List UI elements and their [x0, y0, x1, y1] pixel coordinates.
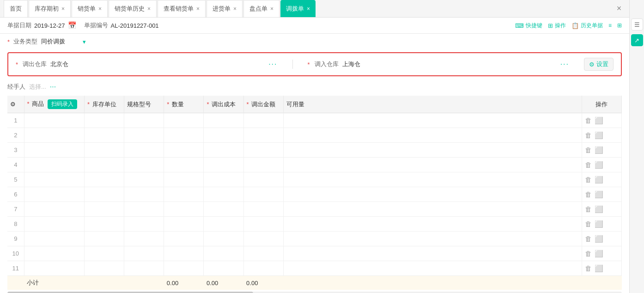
tab-transfer-close[interactable]: × [307, 6, 310, 12]
row-amount[interactable] [243, 172, 283, 187]
row-available[interactable] [283, 202, 582, 217]
row-amount[interactable] [243, 261, 283, 276]
settings-button[interactable]: ⚙ 设置 [584, 58, 614, 71]
row-cost[interactable] [204, 187, 243, 202]
row-cost[interactable] [204, 217, 243, 232]
row-spec[interactable] [124, 172, 164, 187]
tab-purchase-close[interactable]: × [233, 6, 237, 12]
row-product[interactable] [24, 246, 85, 261]
row-qty[interactable] [164, 143, 204, 158]
row-qty[interactable] [164, 113, 204, 128]
row-available[interactable] [283, 246, 582, 261]
row-spec[interactable] [124, 202, 164, 217]
tab-home[interactable]: 首页 [4, 0, 28, 17]
row-available[interactable] [283, 261, 582, 276]
row-product[interactable] [24, 202, 85, 217]
row-cost[interactable] [204, 113, 243, 128]
row-amount[interactable] [243, 246, 283, 261]
out-warehouse-value[interactable]: 北京仓 [50, 60, 265, 68]
delete-icon[interactable]: 🗑 [585, 235, 592, 243]
row-unit[interactable] [85, 113, 124, 128]
operation-button[interactable]: ⊞ 操作 [548, 22, 566, 30]
scan-button[interactable]: 扫码录入 [48, 99, 77, 109]
delete-icon[interactable]: 🗑 [585, 176, 592, 183]
row-available[interactable] [283, 158, 582, 172]
row-cost[interactable] [204, 143, 243, 158]
copy-icon[interactable]: ⬜ [595, 146, 603, 154]
row-spec[interactable] [124, 246, 164, 261]
row-unit[interactable] [85, 143, 124, 158]
copy-icon[interactable]: ⬜ [595, 264, 603, 273]
copy-icon[interactable]: ⬜ [595, 250, 603, 258]
row-available[interactable] [283, 128, 582, 143]
out-warehouse-more-icon[interactable]: ··· [268, 60, 277, 68]
row-spec[interactable] [124, 232, 164, 246]
row-product[interactable] [24, 261, 85, 276]
tab-history-close[interactable]: × [147, 6, 151, 12]
row-amount[interactable] [243, 158, 283, 172]
handler-more-icon[interactable]: ··· [50, 83, 56, 91]
row-amount[interactable] [243, 113, 283, 128]
shortcut-button[interactable]: ⌨ 快捷键 [515, 22, 542, 30]
tab-view-sales-close[interactable]: × [196, 6, 200, 12]
copy-icon[interactable]: ⬜ [595, 131, 603, 140]
delete-icon[interactable]: 🗑 [585, 146, 592, 154]
copy-icon[interactable]: ⬜ [595, 176, 603, 184]
tab-stocktake-close[interactable]: × [270, 6, 273, 12]
row-amount[interactable] [243, 217, 283, 232]
tab-sales-history[interactable]: 销货单历史 × [109, 0, 157, 17]
copy-icon[interactable]: ⬜ [595, 161, 603, 169]
delete-icon[interactable]: 🗑 [585, 205, 592, 213]
row-cost[interactable] [204, 246, 243, 261]
row-qty[interactable] [164, 187, 204, 202]
row-product[interactable] [24, 187, 85, 202]
scrollbar-area[interactable] [0, 290, 629, 293]
row-available[interactable] [283, 217, 582, 232]
row-unit[interactable] [85, 158, 124, 172]
calendar-icon[interactable]: 📅 [68, 21, 77, 30]
row-amount[interactable] [243, 143, 283, 158]
row-cost[interactable] [204, 261, 243, 276]
delete-icon[interactable]: 🗑 [585, 264, 592, 272]
row-qty[interactable] [164, 246, 204, 261]
delete-icon[interactable]: 🗑 [585, 116, 592, 124]
row-unit[interactable] [85, 172, 124, 187]
tab-transfer[interactable]: 调拨单 × [280, 0, 316, 17]
th-gear[interactable]: ⚙ [7, 96, 24, 113]
row-qty[interactable] [164, 158, 204, 172]
row-product[interactable] [24, 143, 85, 158]
row-spec[interactable] [124, 187, 164, 202]
row-spec[interactable] [124, 158, 164, 172]
row-cost[interactable] [204, 158, 243, 172]
row-product[interactable] [24, 172, 85, 187]
in-warehouse-more-icon[interactable]: ··· [560, 60, 569, 68]
delete-icon[interactable]: 🗑 [585, 131, 592, 139]
row-spec[interactable] [124, 261, 164, 276]
row-product[interactable] [24, 113, 85, 128]
row-spec[interactable] [124, 128, 164, 143]
sidebar-expand-button[interactable]: ↗ [631, 34, 643, 46]
handler-input[interactable]: 选择... [29, 83, 46, 91]
tab-purchase[interactable]: 进货单 × [207, 0, 243, 17]
tab-view-sales[interactable]: 查看销货单 × [158, 0, 206, 17]
tab-stocktake[interactable]: 盘点单 × [243, 0, 279, 17]
row-qty[interactable] [164, 128, 204, 143]
copy-icon[interactable]: ⬜ [595, 190, 603, 199]
row-amount[interactable] [243, 202, 283, 217]
row-qty[interactable] [164, 261, 204, 276]
row-available[interactable] [283, 187, 582, 202]
close-all-button[interactable]: × [613, 2, 626, 15]
copy-icon[interactable]: ⬜ [595, 220, 603, 228]
row-spec[interactable] [124, 143, 164, 158]
row-cost[interactable] [204, 202, 243, 217]
row-available[interactable] [283, 172, 582, 187]
row-available[interactable] [283, 143, 582, 158]
gear-icon[interactable]: ⚙ [10, 101, 16, 108]
row-amount[interactable] [243, 232, 283, 246]
row-unit[interactable] [85, 232, 124, 246]
tab-sales-order[interactable]: 销货单 × [72, 0, 108, 17]
row-available[interactable] [283, 232, 582, 246]
delete-icon[interactable]: 🗑 [585, 250, 592, 257]
row-unit[interactable] [85, 202, 124, 217]
row-amount[interactable] [243, 128, 283, 143]
